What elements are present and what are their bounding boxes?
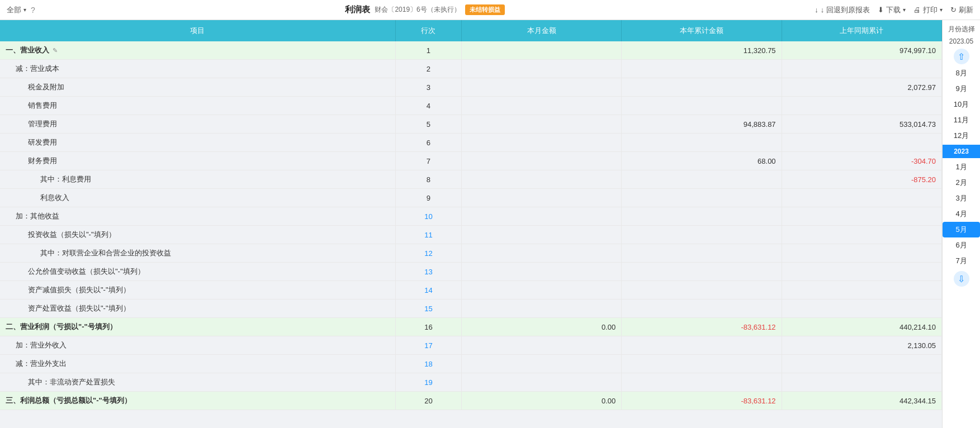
sidebar-month-item[interactable]: 4月: [943, 206, 980, 222]
td-row-num: 16: [395, 318, 461, 336]
td-row-num: 20: [395, 392, 461, 410]
td-project: 管理费用: [0, 115, 395, 134]
project-label: 其中：非流动资产处置损失: [28, 378, 115, 386]
project-label: 一、营业收入: [6, 46, 49, 54]
project-label: 研发费用: [28, 138, 57, 146]
sidebar-year: 2023.05: [949, 37, 973, 45]
sidebar-month-item[interactable]: 3月: [943, 191, 980, 206]
td-month-amount: [461, 299, 621, 318]
td-year-amount: -83,631.12: [622, 318, 782, 336]
project-label: 投资收益（损失以"-"填列）: [28, 230, 116, 239]
table-row: 公允价值变动收益（损失以"-"填列）13: [0, 263, 942, 281]
td-row-num: 8: [395, 170, 461, 189]
td-month-amount: 0.00: [461, 392, 621, 410]
project-label: 三、利润总额（亏损总额以"-"号填列）: [6, 396, 131, 405]
td-prev-amount: [782, 189, 941, 207]
table-header: 项目 行次 本月金额 本年累计金额 上年同期累计: [0, 20, 942, 41]
td-year-amount: 68.00: [622, 152, 782, 170]
td-row-num: 7: [395, 152, 461, 170]
td-year-amount: [622, 134, 782, 152]
print-button[interactable]: 🖨 打印 ▾: [913, 5, 943, 15]
td-row-num: 18: [395, 355, 461, 373]
table-row: 减：营业成本2: [0, 60, 942, 78]
td-prev-amount: -875.20: [782, 170, 941, 189]
edit-icon[interactable]: ✎: [53, 47, 58, 54]
sidebar-month-item[interactable]: 11月: [943, 112, 980, 128]
help-icon[interactable]: ?: [31, 6, 35, 15]
td-year-amount: [622, 336, 782, 355]
sidebar-month-active[interactable]: 5月: [943, 222, 980, 237]
td-year-amount: [622, 281, 782, 299]
sidebar-month-item[interactable]: 2月: [943, 175, 980, 191]
sidebar-month-item[interactable]: 1月: [943, 159, 980, 175]
td-row-num: 3: [395, 78, 461, 97]
td-row-num: 17: [395, 336, 461, 355]
td-year-amount: [622, 263, 782, 281]
td-prev-amount: 442,344.15: [782, 392, 941, 410]
td-prev-amount: 2,130.05: [782, 336, 941, 355]
td-row-num: 15: [395, 299, 461, 318]
td-project: 其中：对联营企业和合营企业的投资收益: [0, 244, 395, 263]
td-month-amount: [461, 115, 621, 134]
unrealized-badge[interactable]: 未结转损益: [465, 4, 505, 15]
td-year-amount: [622, 355, 782, 373]
td-month-amount: [461, 207, 621, 226]
download-button[interactable]: ⬇ 下载 ▾: [878, 5, 906, 15]
sidebar-down-btn[interactable]: ⇩: [954, 271, 969, 287]
table-row: 其中：对联营企业和合营企业的投资收益12: [0, 244, 942, 263]
td-project: 一、营业收入✎: [0, 41, 395, 60]
print-arrow-icon: ▾: [940, 7, 943, 13]
sidebar: 月份选择 2023.05 ⇧ 8月9月10月11月12月20231月2月3月4月…: [942, 20, 980, 428]
td-prev-amount: [782, 373, 941, 392]
table-row: 其中：非流动资产处置损失19: [0, 373, 942, 392]
sidebar-month-item[interactable]: 10月: [943, 97, 980, 112]
table-row: 研发费用6: [0, 134, 942, 152]
td-prev-amount: [782, 134, 941, 152]
sidebar-months: 8月9月10月11月12月20231月2月3月4月5月6月7月: [943, 65, 980, 269]
sidebar-month-item[interactable]: 12月: [943, 128, 980, 144]
project-label: 减：营业外支出: [16, 359, 67, 368]
td-month-amount: [461, 152, 621, 170]
td-prev-amount: [782, 60, 941, 78]
col-header-prev: 上年同期累计: [782, 20, 941, 41]
dropdown-arrow-icon: ▾: [23, 7, 26, 13]
td-row-num: 6: [395, 134, 461, 152]
td-project: 资产处置收益（损失以"-"填列）: [0, 299, 395, 318]
td-year-amount: [622, 60, 782, 78]
sidebar-month-item[interactable]: 8月: [943, 65, 980, 81]
td-prev-amount: 533,014.73: [782, 115, 941, 134]
page-subtitle: 财会〔2019〕6号（未执行）: [375, 5, 460, 15]
project-label: 加：营业外收入: [16, 341, 67, 349]
col-header-year: 本年累计金额: [622, 20, 782, 41]
download-icon: ⬇: [878, 6, 884, 14]
refresh-button[interactable]: ↻ 刷新: [950, 5, 973, 15]
download-arrow-icon: ▾: [903, 7, 906, 13]
table-row: 减：营业外支出18: [0, 355, 942, 373]
td-month-amount: [461, 134, 621, 152]
td-month-amount: 0.00: [461, 318, 621, 336]
td-row-num: 1: [395, 41, 461, 60]
sidebar-up-btn[interactable]: ⇧: [954, 49, 969, 64]
table-row: 投资收益（损失以"-"填列）11: [0, 226, 942, 244]
sidebar-month-item[interactable]: 9月: [943, 81, 980, 97]
td-prev-amount: [782, 207, 941, 226]
td-project: 三、利润总额（亏损总额以"-"号填列）: [0, 392, 395, 410]
td-year-amount: 11,320.75: [622, 41, 782, 60]
back-button[interactable]: ↓ ↓ 回退到原报表: [815, 5, 870, 15]
td-row-num: 9: [395, 189, 461, 207]
td-prev-amount: [782, 263, 941, 281]
td-row-num: 4: [395, 97, 461, 115]
sidebar-month-item[interactable]: 6月: [943, 237, 980, 253]
td-prev-amount: 974,997.10: [782, 41, 941, 60]
org-selector[interactable]: 全部 ▾: [7, 5, 26, 15]
refresh-icon: ↻: [950, 6, 957, 14]
td-month-amount: [461, 97, 621, 115]
table-row: 三、利润总额（亏损总额以"-"号填列）200.00-83,631.12442,3…: [0, 392, 942, 410]
td-prev-amount: [782, 97, 941, 115]
td-month-amount: [461, 189, 621, 207]
td-month-amount: [461, 244, 621, 263]
td-month-amount: [461, 336, 621, 355]
table-area: 项目 行次 本月金额 本年累计金额 上年同期累计 一、营业收入✎111,320.…: [0, 20, 942, 428]
sidebar-month-item[interactable]: 7月: [943, 253, 980, 269]
td-project: 加：营业外收入: [0, 336, 395, 355]
